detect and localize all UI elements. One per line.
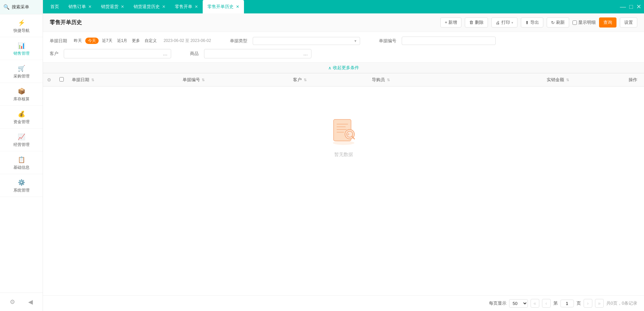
goods-filter-select[interactable]: ... — [204, 49, 311, 58]
number-filter-input[interactable] — [402, 37, 496, 45]
filter-collapse-btn[interactable]: ∧ 收起更多条件 — [43, 62, 644, 73]
per-page-select[interactable]: 10 20 50 100 — [509, 299, 528, 308]
column-settings-icon[interactable]: ⚙ — [47, 77, 51, 83]
settings-footer-btn[interactable]: ⚙ — [8, 297, 16, 307]
window-maximize-btn[interactable]: □ — [629, 3, 633, 10]
sidebar-item-label: 系统管理 — [13, 188, 30, 193]
goods-filter-label: 商品 — [190, 51, 199, 57]
sidebar-footer: ⚙ ◀ — [0, 293, 43, 311]
sidebar-item-purchase-mgmt[interactable]: 🛒 采购管理 — [0, 60, 43, 83]
th-checkbox[interactable] — [55, 73, 68, 87]
sidebar-item-sys-mgmt[interactable]: ⚙️ 系统管理 — [0, 174, 43, 197]
sales-mgmt-icon: 📊 — [18, 42, 25, 49]
close-sales-return-icon[interactable]: ✕ — [121, 4, 124, 9]
settings-button[interactable]: 设置 — [620, 17, 637, 28]
tab-retail-open[interactable]: 零售开单 ✕ — [170, 0, 203, 13]
tab-sales-return-label: 销货退货 — [101, 4, 118, 10]
tab-home[interactable]: 首页 — [46, 0, 64, 13]
top-nav: 首页 销售订单 ✕ 销货退货 ✕ 销货退货历史 ✕ 零售开单 ✕ 零售开单历史 … — [43, 0, 644, 13]
last-page-btn[interactable]: » — [595, 299, 604, 308]
tab-sales-order[interactable]: 销售订单 ✕ — [64, 0, 96, 13]
sort-number-icon: ⇅ — [202, 78, 205, 82]
customer-filter-select[interactable]: ... — [64, 49, 171, 58]
page-number-input[interactable] — [560, 300, 574, 307]
tab-home-label: 首页 — [50, 4, 59, 10]
custom-shortcut[interactable]: 自定义 — [143, 37, 158, 44]
sidebar-search[interactable]: 🔍 搜索采单 — [0, 0, 43, 14]
show-detail-checkbox[interactable] — [573, 20, 577, 25]
window-close-btn[interactable]: ✕ — [636, 3, 641, 10]
sidebar-item-operations[interactable]: 📈 经营管理 — [0, 128, 43, 151]
sidebar-item-inventory[interactable]: 📦 库存核算 — [0, 83, 43, 106]
first-page-btn[interactable]: « — [531, 299, 539, 308]
refresh-button[interactable]: ↻ 刷新 — [547, 17, 569, 28]
type-filter-label: 单据类型 — [230, 38, 247, 44]
sys-mgmt-icon: ⚙️ — [18, 179, 25, 186]
sidebar-search-label: 搜索采单 — [12, 4, 29, 10]
type-filter-select[interactable]: ▾ — [253, 37, 360, 45]
query-button[interactable]: 查询 — [599, 17, 616, 28]
refresh-icon: ↻ — [551, 20, 555, 25]
th-settings[interactable]: ⚙ — [43, 73, 55, 87]
week-shortcut[interactable]: 近7天 — [101, 37, 114, 44]
delete-button[interactable]: 🗑 删除 — [465, 17, 488, 28]
sidebar-item-label: 资金管理 — [13, 119, 30, 125]
nav-corner-btns: — □ ✕ — [620, 3, 641, 10]
more-shortcut[interactable]: 更多 — [131, 37, 141, 44]
page-label: 第 — [553, 300, 558, 306]
finance-icon: 💰 — [18, 110, 25, 118]
close-sales-order-icon[interactable]: ✕ — [88, 4, 92, 9]
print-button[interactable]: 🖨 🖨 打印 打印 ▾ — [491, 17, 517, 28]
close-sales-return-history-icon[interactable]: ✕ — [162, 4, 165, 9]
close-retail-open-icon[interactable]: ✕ — [195, 4, 198, 9]
tab-retail-open-history[interactable]: 零售开单历史 ✕ — [203, 0, 244, 13]
sidebar-item-label: 销售管理 — [13, 51, 30, 56]
sidebar-item-finance[interactable]: 💰 资金管理 — [0, 106, 43, 128]
add-button[interactable]: + 新增 — [440, 17, 461, 28]
sidebar-item-quick-nav[interactable]: ⚡ 快捷导航 — [0, 14, 43, 37]
empty-illustration — [327, 113, 360, 147]
close-retail-open-history-icon[interactable]: ✕ — [236, 4, 239, 9]
prev-page-btn[interactable]: ‹ — [542, 299, 551, 308]
th-guide[interactable]: 导购员 ⇅ — [368, 73, 462, 87]
collapse-label: 收起更多条件 — [333, 65, 359, 71]
sidebar-item-sales-mgmt[interactable]: 📊 销售管理 — [0, 37, 43, 60]
filter-area: 单据日期 昨天 今天 近7天 近1月 更多 自定义 2023-06-02 至 2… — [43, 32, 644, 73]
export-icon: ⬆ — [525, 20, 529, 25]
tab-sales-return-history[interactable]: 销货退货历史 ✕ — [129, 0, 170, 13]
sidebar-item-label: 经营管理 — [13, 142, 30, 148]
th-date[interactable]: 单据日期 ⇅ — [68, 73, 179, 87]
type-select-dropdown-icon: ▾ — [354, 39, 356, 43]
window-minimize-btn[interactable]: — — [620, 3, 626, 10]
sort-amount-icon: ⇅ — [566, 78, 569, 82]
quick-nav-icon: ⚡ — [18, 19, 25, 27]
collapse-up-icon: ∧ — [328, 65, 332, 70]
th-amount[interactable]: 实销金额 ⇅ — [462, 73, 573, 87]
today-shortcut[interactable]: 今天 — [85, 38, 99, 44]
sort-date-icon: ⇅ — [91, 78, 94, 82]
search-icon: 🔍 — [3, 4, 10, 10]
month-shortcut[interactable]: 近1月 — [116, 37, 129, 44]
tab-sales-return[interactable]: 销货退货 ✕ — [96, 0, 129, 13]
yesterday-shortcut[interactable]: 昨天 — [72, 37, 83, 44]
sidebar-item-basic-info[interactable]: 📋 基础信息 — [0, 151, 43, 174]
next-page-btn[interactable]: › — [584, 299, 592, 308]
per-page-label: 每页显示 — [489, 300, 506, 306]
collapse-sidebar-btn[interactable]: ◀ — [27, 297, 34, 307]
goods-dots[interactable]: ... — [303, 51, 308, 57]
page-suffix: 页 — [577, 300, 581, 306]
sidebar: 🔍 搜索采单 ⚡ 快捷导航 📊 销售管理 🛒 采购管理 📦 库存核算 💰 资金管… — [0, 0, 43, 311]
print-dropdown-icon[interactable]: ▾ — [511, 21, 513, 24]
th-customer[interactable]: 客户 ⇅ — [289, 73, 368, 87]
th-customer-label: 客户 — [293, 77, 302, 82]
select-all-checkbox[interactable] — [59, 77, 64, 82]
sidebar-item-label: 基础信息 — [13, 165, 30, 170]
export-button[interactable]: ⬆ 导出 — [521, 17, 543, 28]
customer-dots[interactable]: ... — [163, 51, 167, 57]
th-number[interactable]: 单据编号 ⇅ — [179, 73, 289, 87]
date-range-text: 2023-06-02 至 2023-06-02 — [163, 38, 211, 44]
show-detail-label[interactable]: 显示明细 — [573, 19, 596, 25]
print-icon: 🖨 — [496, 20, 500, 25]
date-shortcuts: 昨天 今天 近7天 近1月 更多 自定义 — [72, 37, 158, 44]
th-guide-label: 导购员 — [372, 77, 385, 82]
